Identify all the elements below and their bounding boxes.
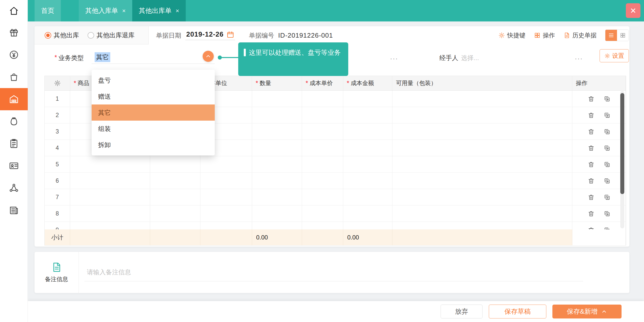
calendar-icon[interactable] [227,31,234,38]
copy-row-icon[interactable] [604,210,610,217]
table-cell[interactable] [252,189,302,205]
inventory-icon[interactable] [0,132,28,155]
table-cell[interactable] [343,140,392,156]
table-cell[interactable] [343,205,392,222]
doc-date-input[interactable]: 2019-12-26 [185,31,235,40]
grid-view-toggle[interactable] [617,30,629,41]
table-cell[interactable] [392,156,572,172]
jar-icon[interactable] [0,110,28,132]
list-view-toggle[interactable] [605,30,617,41]
table-cell[interactable] [302,205,343,222]
table-cell[interactable] [70,156,150,172]
delete-row-icon[interactable] [588,210,595,217]
report-icon[interactable] [0,199,28,221]
table-cell[interactable] [200,205,252,222]
save-and-new-button[interactable]: 保存&新增 [552,305,622,318]
table-cell[interactable] [302,173,343,189]
copy-row-icon[interactable] [604,227,610,230]
table-cell[interactable] [252,205,302,222]
dropdown-option[interactable]: 赠送 [92,88,215,104]
table-cell[interactable] [70,205,150,222]
copy-row-icon[interactable] [604,95,610,102]
delete-row-icon[interactable] [588,177,595,184]
tab-other-inbound[interactable]: 其他入库单 × [79,0,132,21]
table-cell[interactable] [252,222,302,229]
delete-row-icon[interactable] [588,128,595,135]
window-close-button[interactable]: ✕ [626,3,640,18]
table-cell[interactable] [200,173,252,189]
copy-row-icon[interactable] [604,161,610,168]
table-cell[interactable] [70,173,150,189]
operations-button[interactable]: 操作 [534,31,555,39]
finance-icon[interactable] [0,44,28,66]
table-cell[interactable] [302,107,343,123]
table-cell[interactable] [150,189,200,205]
settings-button[interactable]: 设置 [600,49,629,62]
column-settings-button[interactable] [45,76,70,90]
delete-row-icon[interactable] [588,161,595,168]
dropdown-option[interactable]: 拆卸 [92,137,215,153]
table-cell[interactable] [252,173,302,189]
save-draft-button[interactable]: 保存草稿 [489,305,546,318]
table-cell[interactable] [150,205,200,222]
table-cell[interactable] [343,189,392,205]
table-cell[interactable] [150,156,200,172]
table-cell[interactable] [392,91,572,107]
table-cell[interactable] [392,189,572,205]
tab-other-outbound[interactable]: 其他出库单 × [132,0,186,21]
table-cell[interactable] [252,107,302,123]
table-cell[interactable] [70,222,150,229]
table-cell[interactable] [302,189,343,205]
ellipsis-more[interactable]: ... [390,53,398,61]
relation-icon[interactable] [0,177,28,199]
table-cell[interactable] [302,140,343,156]
table-cell[interactable] [392,205,572,222]
table-cell[interactable] [150,222,200,229]
table-cell[interactable] [200,222,252,229]
delete-row-icon[interactable] [588,145,595,151]
handler-select[interactable]: 选择... [461,54,479,62]
copy-row-icon[interactable] [604,128,610,135]
remarks-input[interactable]: 请输入备注信息 [84,263,583,281]
gift-icon[interactable] [0,21,28,44]
tab-home[interactable]: 首页 [35,0,61,21]
table-cell[interactable] [252,123,302,140]
table-cell[interactable] [392,140,572,156]
copy-row-icon[interactable] [604,145,610,151]
table-cell[interactable] [343,123,392,140]
table-cell[interactable] [343,91,392,107]
delete-row-icon[interactable] [588,194,595,201]
table-cell[interactable] [302,222,343,229]
table-cell[interactable] [343,222,392,229]
copy-row-icon[interactable] [604,112,610,119]
dropdown-option[interactable]: 盘亏 [92,72,215,88]
table-cell[interactable] [302,156,343,172]
radio-other-outbound[interactable]: 其他出库 [45,31,79,39]
table-cell[interactable] [200,189,252,205]
home-icon[interactable] [0,0,28,21]
table-cell[interactable] [252,156,302,172]
collapse-dropdown-button[interactable] [203,51,214,62]
delete-row-icon[interactable] [588,95,595,102]
tab-close-icon[interactable]: × [176,7,179,14]
table-cell[interactable] [343,173,392,189]
table-cell[interactable] [200,156,252,172]
card-icon[interactable] [0,155,28,177]
table-cell[interactable] [392,222,572,229]
table-cell[interactable] [302,91,343,107]
table-cell[interactable] [392,107,572,123]
delete-row-icon[interactable] [588,227,595,230]
dropdown-option[interactable]: 组装 [92,121,215,137]
warehouse-icon[interactable] [0,88,28,110]
dropdown-option[interactable]: 其它 [92,104,215,121]
radio-outbound-return[interactable]: 其他出库退库 [88,31,135,39]
table-cell[interactable] [70,189,150,205]
scrollbar-thumb[interactable] [620,93,624,194]
ellipsis-more[interactable]: ... [575,53,583,61]
table-cell[interactable] [302,123,343,140]
copy-row-icon[interactable] [604,177,610,184]
delete-row-icon[interactable] [588,112,595,119]
table-cell[interactable] [392,173,572,189]
copy-row-icon[interactable] [604,194,610,201]
business-type-input[interactable]: 其它 [92,51,215,64]
